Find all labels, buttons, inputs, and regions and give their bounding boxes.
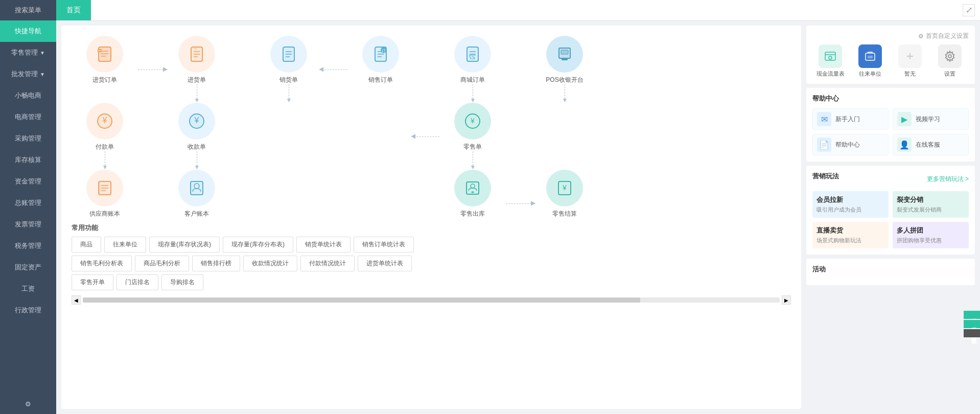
sidebar-item-ecom[interactable]: 小畅电商 [0, 85, 56, 106]
sidebar-item-inventory[interactable]: 库存核算 [0, 149, 56, 171]
func-btn-units[interactable]: 往来单位 [104, 237, 146, 252]
marketing-member[interactable]: 会员拉新 吸引用户成为会员 [812, 191, 889, 218]
func-btn-goods[interactable]: 商品 [72, 237, 101, 252]
scroll-right-btn[interactable]: ▶ [782, 295, 791, 305]
quick-icon-units[interactable]: 往来单位 [852, 44, 888, 78]
func-btn-payment-stat[interactable]: 付款情况统计 [300, 256, 355, 271]
node-retail-settle[interactable]: ¥ 零售结算 [531, 170, 598, 218]
sidebar-item-quick-nav[interactable]: 快捷导航 [0, 20, 56, 42]
supplier-account-icon [86, 170, 123, 206]
func-btn-stock1[interactable]: 现存量(库存状况表) [149, 237, 220, 252]
func-btn-profit2[interactable]: 商品毛利分析 [135, 256, 189, 271]
quick-icon-cashflow[interactable]: 现金流量表 [812, 44, 848, 78]
more-marketing-link[interactable]: 更多营销玩法 > [927, 175, 969, 183]
cashflow-icon [819, 44, 842, 68]
func-btn-sales-stat[interactable]: 销货单统计表 [296, 237, 351, 252]
home-settings-link[interactable]: ⚙ 首页自定义设置 [812, 32, 969, 40]
sidebar-item-admin[interactable]: 行政管理 [0, 300, 56, 321]
arrow-1: ▶ [138, 70, 164, 70]
func-btn-order-stat[interactable]: 销售订单统计表 [354, 237, 414, 252]
sidebar-item-tax[interactable]: 税务管理 [0, 235, 56, 257]
vert-arrow-retail: ▼ [439, 151, 506, 166]
sidebar-item-salary[interactable]: 工资 [0, 278, 56, 300]
marketing-group[interactable]: 多人拼团 拼团购物享受优惠 [893, 222, 969, 248]
node-retail-out[interactable]: 零售出库 [439, 170, 506, 218]
help-item-video[interactable]: ▶ 视频学习 [893, 108, 969, 130]
sidebar-item-asset[interactable]: 固定资产 [0, 257, 56, 278]
video-icon: ▶ [897, 112, 912, 126]
home-settings-label: 首页自定义设置 [926, 32, 969, 40]
scroll-track[interactable] [83, 297, 780, 303]
help-item-beginner[interactable]: ✉ 新手入门 [812, 108, 889, 130]
node-pos-open[interactable]: POS收银开台 [531, 36, 598, 84]
vert-spacer-8 [138, 151, 164, 166]
func-btn-rank[interactable]: 销售排行榜 [192, 256, 240, 271]
func-btn-guide-rank[interactable]: 导购排名 [161, 274, 203, 290]
func-btn-stock2[interactable]: 现存量(库存分布表) [223, 237, 293, 252]
activity-panel: 活动 [806, 259, 975, 285]
marketing-header: 营销玩法 更多营销玩法 > [812, 172, 969, 186]
sidebar-item-invoice[interactable]: 发票管理 [0, 214, 56, 235]
vert-spacer-10 [255, 151, 322, 166]
arrow-retail: ◀ [414, 136, 439, 137]
node-purchase-bill[interactable]: 进货单 [164, 36, 230, 84]
float-btn-desktop[interactable]: 桌面快捷 [964, 329, 980, 337]
node-sales-order[interactable]: 订 销售订单 [347, 36, 414, 84]
vert-spacer-12 [347, 151, 414, 166]
node-receipt[interactable]: ¥ 收款单 [164, 103, 230, 151]
fullscreen-button[interactable]: ⤢ [963, 4, 975, 16]
settings-label: 设置 [944, 70, 955, 78]
search-menu[interactable]: 搜索菜单 [0, 0, 56, 20]
node-purchase-order[interactable]: 进货订单 [72, 36, 138, 84]
svg-point-67 [948, 55, 951, 58]
help-item-service[interactable]: 👤 在线客服 [893, 134, 969, 155]
node-sales-bill[interactable]: 销货单 [255, 36, 322, 84]
float-btn-service[interactable]: 客服热线 [964, 311, 980, 319]
sales-bill-icon [270, 36, 307, 73]
sidebar-item-retail[interactable]: 零售管理 ▼ [0, 42, 56, 63]
node-customer-account[interactable]: 客户账本 [164, 170, 230, 218]
help-grid: ✉ 新手入门 ▶ 视频学习 📄 帮助中心 👤 [812, 108, 969, 155]
marketing-member-desc: 吸引用户成为会员 [816, 206, 884, 214]
pos-open-icon [546, 36, 583, 73]
quick-icon-settings[interactable]: 设置 [932, 44, 968, 78]
vert-spacer-9 [230, 151, 255, 166]
marketing-member-title: 会员拉新 [816, 195, 884, 204]
func-btn-purchase-stat[interactable]: 进货单统计表 [358, 256, 412, 271]
svg-rect-62 [866, 53, 875, 60]
node-mall-order[interactable]: 商城订单 [439, 36, 506, 84]
func-btn-receipt-stat[interactable]: 收款情况统计 [243, 256, 297, 271]
marketing-fission[interactable]: 裂变分销 裂变式发展分销商 [893, 191, 969, 218]
vert-spacer-5 [347, 84, 414, 99]
func-btn-store-rank[interactable]: 门店排名 [116, 274, 158, 290]
float-btn-community[interactable]: 服务社区 [964, 320, 980, 328]
scroll-left-btn[interactable]: ◀ [72, 295, 81, 305]
vert-spacer-11 [322, 151, 347, 166]
customer-account-label: 客户账本 [184, 210, 209, 218]
top-bar-right: ⤢ [963, 4, 980, 16]
mall-order-label: 商城订单 [460, 76, 485, 84]
sales-order-label: 销售订单 [368, 76, 393, 84]
sidebar-item-ledger[interactable]: 总账管理 [0, 192, 56, 214]
sidebar-item-wholesale[interactable]: 批发管理 ▼ [0, 63, 56, 85]
func-btn-profit1[interactable]: 销售毛利分析表 [72, 256, 132, 271]
help-item-help[interactable]: 📄 帮助中心 [812, 134, 889, 155]
node-supplier-account[interactable]: 供应商账本 [72, 170, 138, 218]
vert-arrow-payment: ▼ [72, 151, 138, 166]
marketing-live[interactable]: 直播卖货 场景式购物新玩法 [812, 222, 889, 248]
purchase-bill-icon [178, 36, 215, 73]
sidebar-item-ecom-mgmt[interactable]: 电商管理 [0, 106, 56, 128]
node-payment[interactable]: ¥ 付款单 [72, 103, 138, 151]
tab-home[interactable]: 首页 [56, 0, 91, 20]
sidebar-gear-button[interactable]: ⚙ [0, 394, 56, 414]
flow-panel: 进货订单 ▶ 进货单 [61, 26, 801, 409]
quick-icon-none[interactable]: 暂无 [892, 44, 928, 78]
settings-icon [938, 44, 962, 68]
func-btn-retail-order[interactable]: 零售开单 [72, 274, 113, 290]
sidebar-item-finance[interactable]: 资金管理 [0, 171, 56, 192]
node-retail-bill[interactable]: ¥ 零售单 [439, 103, 506, 151]
retail-out-icon [454, 170, 491, 206]
vert-arrow-mall: ▼ [439, 84, 506, 99]
help-doc-icon: 📄 [817, 137, 831, 152]
sidebar-item-purchase[interactable]: 采购管理 [0, 128, 56, 149]
